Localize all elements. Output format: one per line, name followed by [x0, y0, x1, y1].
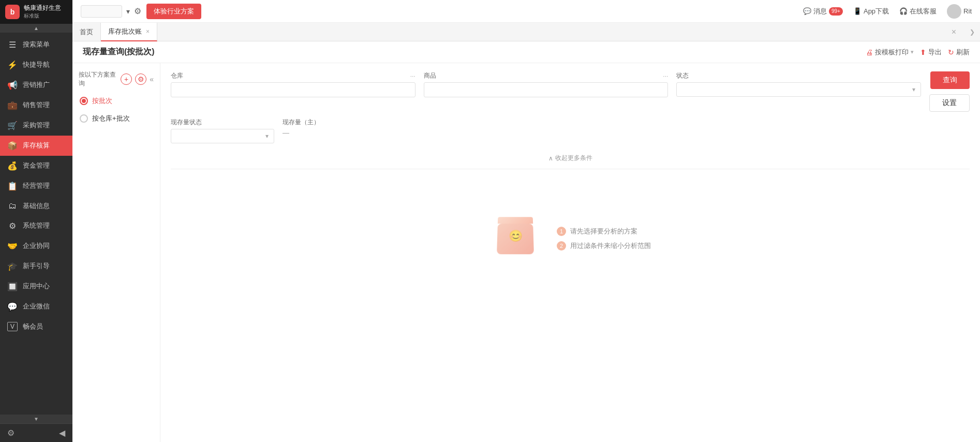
warehouse-input[interactable]: [171, 82, 415, 97]
empty-illustration: 😊: [489, 213, 541, 264]
export-btn[interactable]: ⬆ 导出: [920, 48, 942, 57]
empty-hint-1: 1 请先选择要分析的方案: [557, 227, 651, 236]
sidebar-header: b 畅康通好生意 标准版: [0, 0, 72, 24]
page-title: 现存量查询(按批次): [83, 47, 155, 57]
content-divider: [171, 169, 970, 169]
sidebar-nav: ☰ 搜索菜单 ⚡ 快捷导航 📢 营销推广 💼 销售管理 🛒 采购管理 📦 库存核…: [0, 33, 72, 415]
ops-icon: 📋: [7, 181, 18, 191]
sidebar-item-member[interactable]: V 畅会员: [0, 317, 72, 336]
tab-batch-account-close[interactable]: ×: [146, 28, 150, 35]
plan-label-by-batch: 按批次: [92, 96, 112, 106]
app-download-label: App下载: [864, 7, 889, 16]
sidebar-item-enterprise[interactable]: 🤝 企业协同: [0, 236, 72, 256]
user-avatar: [947, 4, 961, 19]
tab-batch-account[interactable]: 库存批次账 ×: [101, 23, 157, 41]
plan-item-by-warehouse-batch[interactable]: 按仓库+批次: [72, 110, 160, 127]
left-panel-header: 按以下方案查询 + ⚙ «: [72, 68, 160, 92]
topbar-dropdown-button[interactable]: ▾: [126, 7, 130, 16]
sidebar-item-inventory[interactable]: 📦 库存核算: [0, 136, 72, 156]
page-actions: 🖨 按模板打印 ▾ ⬆ 导出 ↻ 刷新: [866, 48, 970, 57]
filter-group-status: 状态 ▾: [676, 71, 921, 97]
company-name: 畅康通好生意: [24, 4, 61, 12]
warehouse-more-icon[interactable]: ···: [410, 72, 415, 80]
filter-label-warehouse: 仓库 ···: [171, 71, 415, 80]
filter-group-stock: 现存量（主） —: [283, 118, 386, 137]
sidebar-settings-icon[interactable]: ⚙: [7, 428, 14, 438]
topbar-app-download[interactable]: 📱 App下载: [853, 7, 889, 16]
plan-item-by-batch[interactable]: 按批次: [72, 92, 160, 110]
print-btn[interactable]: 🖨 按模板打印 ▾: [866, 48, 914, 57]
filter-label-stock: 现存量（主）: [283, 118, 386, 127]
sidebar-item-system[interactable]: ⚙ 系统管理: [0, 216, 72, 236]
sidebar-item-wechat[interactable]: 💬 企业微信: [0, 297, 72, 317]
tab-home-label: 首页: [80, 27, 93, 37]
filter-label-status: 状态: [676, 71, 921, 80]
empty-hint-2: 2 用过滤条件来缩小分析范围: [557, 241, 651, 251]
filter-group-warehouse: 仓库 ···: [171, 71, 415, 97]
filter-collapse-btn[interactable]: ∧ 收起更多条件: [171, 150, 970, 167]
sidebar-item-finance[interactable]: 💰 资金管理: [0, 156, 72, 176]
basic-icon: 🗂: [7, 201, 18, 211]
sidebar-label-enterprise: 企业协同: [23, 241, 50, 251]
sidebar-item-apps[interactable]: 🔲 应用中心: [0, 276, 72, 297]
quick-nav-icon: ⚡: [7, 60, 18, 70]
topbar-user[interactable]: Rit: [947, 4, 972, 19]
panel-collapse-button[interactable]: «: [150, 75, 154, 83]
query-button[interactable]: 查询: [930, 71, 970, 89]
status-select-arrow: ▾: [912, 86, 915, 93]
left-panel-actions: + ⚙ «: [121, 73, 154, 85]
experience-btn[interactable]: 体验行业方案: [146, 4, 201, 19]
status-select[interactable]: ▾: [676, 82, 921, 97]
sidebar-item-quick-nav[interactable]: ⚡ 快捷导航: [0, 55, 72, 75]
app-download-icon: 📱: [853, 7, 862, 15]
print-label: 按模板打印: [875, 48, 909, 57]
tab-batch-account-label: 库存批次账: [108, 27, 142, 36]
tabbar: 首页 库存批次账 × × ❯: [72, 23, 980, 41]
tab-close-main[interactable]: ×: [943, 27, 964, 37]
sidebar-item-guide[interactable]: 🎓 新手引导: [0, 256, 72, 276]
inventory-status-arrow: ▾: [265, 132, 269, 140]
tab-home[interactable]: 首页: [72, 23, 101, 41]
sidebar-label-ops: 经营管理: [23, 181, 50, 190]
product-input[interactable]: [424, 82, 669, 97]
tab-scroll-right[interactable]: ❯: [964, 28, 980, 36]
content-area: 按以下方案查询 + ⚙ « 按批次 按仓库+批次: [72, 63, 980, 442]
sidebar-item-search[interactable]: ☰ 搜索菜单: [0, 35, 72, 55]
refresh-label: 刷新: [956, 48, 970, 57]
product-more-icon[interactable]: ···: [663, 72, 668, 80]
refresh-btn[interactable]: ↻ 刷新: [948, 48, 970, 57]
action-buttons: 查询 设置: [929, 71, 970, 112]
sidebar-title-area: 畅康通好生意 标准版: [24, 4, 61, 20]
sidebar-item-sales[interactable]: 💼 销售管理: [0, 95, 72, 115]
topbar-search-input[interactable]: [81, 5, 122, 18]
sidebar-label-wechat: 企业微信: [23, 302, 50, 311]
sidebar-scroll-down[interactable]: ▼: [0, 415, 72, 423]
sidebar-label-marketing: 营销推广: [23, 80, 50, 90]
sidebar-label-basic: 基础信息: [23, 201, 50, 211]
sidebar-label-member: 畅会员: [23, 322, 43, 331]
apps-icon: 🔲: [7, 282, 18, 291]
filter-group-product: 商品 ···: [424, 71, 669, 97]
topbar-gear-button[interactable]: ⚙: [134, 6, 141, 16]
add-plan-button[interactable]: +: [121, 73, 132, 85]
purchase-icon: 🛒: [7, 121, 18, 130]
sidebar-item-ops[interactable]: 📋 经营管理: [0, 176, 72, 196]
sidebar-collapse-icon[interactable]: ◀: [59, 428, 65, 438]
collapse-arrow-icon: ∧: [548, 155, 553, 162]
user-name: Rit: [963, 7, 972, 15]
sidebar-label-quick-nav: 快捷导航: [23, 60, 50, 69]
sidebar-label-sales: 销售管理: [23, 100, 50, 110]
topbar-message[interactable]: 💬 消息 99+: [803, 7, 843, 16]
topbar-online-service[interactable]: 🎧 在线客服: [899, 7, 937, 16]
sidebar-scroll-up[interactable]: ▲: [0, 24, 72, 33]
sidebar-item-basic[interactable]: 🗂 基础信息: [0, 196, 72, 216]
empty-box: 😊: [497, 224, 534, 254]
settings-button[interactable]: 设置: [929, 94, 970, 112]
right-content: 仓库 ··· 商品 ··· 状态: [160, 63, 980, 442]
inventory-status-select[interactable]: ▾: [171, 129, 274, 143]
plan-settings-button[interactable]: ⚙: [135, 73, 146, 85]
empty-text: 1 请先选择要分析的方案 2 用过滤条件来缩小分析范围: [557, 227, 651, 251]
sidebar-item-marketing[interactable]: 📢 营销推广: [0, 75, 72, 95]
message-badge: 99+: [829, 7, 843, 16]
sidebar-item-purchase[interactable]: 🛒 采购管理: [0, 115, 72, 136]
